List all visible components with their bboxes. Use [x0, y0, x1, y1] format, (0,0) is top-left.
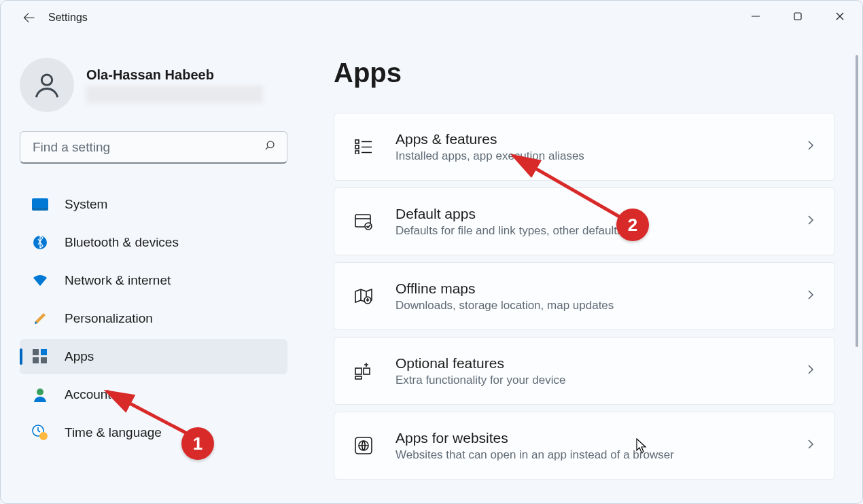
apps-icon: [32, 348, 48, 365]
nav-item-apps[interactable]: Apps: [20, 339, 287, 374]
chevron-right-icon: [807, 289, 814, 304]
svg-rect-19: [355, 145, 359, 149]
avatar: [20, 58, 74, 112]
chevron-right-icon: [807, 439, 814, 453]
wifi-icon: [32, 272, 48, 289]
nav-item-accounts[interactable]: Accounts: [20, 377, 287, 412]
profile[interactable]: Ola-Hassan Habeeb: [20, 58, 287, 112]
chevron-right-icon: [807, 215, 814, 229]
nav-item-time-language[interactable]: Time & language: [20, 415, 287, 450]
optional-features-icon: [353, 361, 374, 381]
system-icon: [32, 196, 48, 213]
card-text: Offline maps Downloads, storage location…: [395, 280, 807, 312]
svg-rect-10: [33, 349, 39, 355]
card-default-apps[interactable]: Default apps Defaults for file and link …: [334, 187, 835, 255]
card-subtitle: Installed apps, app execution aliases: [395, 149, 807, 163]
card-apps-for-websites[interactable]: Apps for websites Websites that can open…: [334, 412, 835, 480]
maximize-icon: [793, 12, 803, 21]
svg-point-25: [365, 223, 372, 230]
profile-text: Ola-Hassan Habeeb: [86, 67, 287, 103]
svg-rect-17: [355, 140, 359, 143]
svg-rect-1: [794, 13, 801, 20]
svg-rect-28: [364, 368, 370, 374]
card-offline-maps[interactable]: Offline maps Downloads, storage location…: [334, 262, 835, 330]
body: Ola-Hassan Habeeb System: [1, 35, 862, 503]
titlebar: Settings: [1, 1, 862, 35]
svg-line-6: [266, 147, 268, 149]
person-icon: [32, 70, 62, 100]
card-title: Apps for websites: [395, 429, 807, 446]
card-subtitle: Defaults for file and link types, other …: [395, 224, 807, 238]
default-apps-icon: [353, 211, 374, 232]
card-title: Offline maps: [395, 280, 807, 297]
nav: System Bluetooth & devices Network & int…: [20, 187, 287, 450]
scrollbar[interactable]: [856, 55, 858, 347]
nav-item-network[interactable]: Network & internet: [20, 263, 287, 298]
svg-point-4: [41, 75, 52, 85]
chevron-right-icon: [807, 364, 814, 378]
card-title: Apps & features: [395, 130, 807, 147]
list-icon: [353, 137, 374, 157]
card-subtitle: Downloads, storage location, map updates: [395, 299, 807, 312]
card-optional-features[interactable]: Optional features Extra functionality fo…: [334, 337, 835, 405]
minimize-button[interactable]: [735, 2, 777, 31]
nav-label: System: [65, 197, 107, 212]
sidebar: Ola-Hassan Habeeb System: [1, 35, 300, 503]
nav-label: Personalization: [65, 311, 153, 326]
svg-point-5: [267, 141, 274, 148]
map-icon: [353, 286, 374, 306]
profile-name: Ola-Hassan Habeeb: [86, 67, 287, 83]
back-arrow-icon: [22, 11, 36, 24]
nav-label: Apps: [65, 349, 94, 364]
clock-globe-icon: [32, 425, 48, 441]
chevron-right-icon: [807, 140, 814, 154]
svg-rect-13: [41, 357, 47, 363]
maximize-button[interactable]: [777, 2, 819, 31]
nav-item-system[interactable]: System: [20, 187, 287, 222]
svg-rect-21: [355, 151, 359, 154]
accounts-icon: [32, 386, 48, 403]
card-subtitle: Extra functionality for your device: [395, 374, 807, 387]
card-text: Apps for websites Websites that can open…: [395, 429, 807, 461]
svg-point-16: [39, 432, 48, 440]
card-subtitle: Websites that can open in an app instead…: [395, 448, 807, 462]
nav-label: Network & internet: [65, 273, 171, 288]
card-apps-features[interactable]: Apps & features Installed apps, app exec…: [334, 113, 835, 181]
svg-rect-12: [33, 357, 39, 363]
minimize-icon: [751, 12, 760, 21]
svg-rect-29: [355, 376, 362, 379]
nav-label: Time & language: [65, 425, 162, 440]
svg-rect-27: [355, 368, 362, 374]
nav-label: Accounts: [65, 387, 118, 402]
card-text: Apps & features Installed apps, app exec…: [395, 130, 807, 162]
svg-point-14: [37, 389, 43, 395]
card-title: Default apps: [395, 205, 807, 222]
close-button[interactable]: [819, 2, 861, 31]
apps-websites-icon: [353, 435, 374, 456]
settings-window: Settings Ola-Hassan Habeeb: [0, 0, 863, 504]
paintbrush-icon: [32, 310, 48, 327]
nav-label: Bluetooth & devices: [65, 235, 179, 250]
svg-rect-11: [41, 349, 47, 355]
svg-rect-8: [32, 208, 48, 211]
window-title: Settings: [48, 12, 88, 24]
nav-item-bluetooth[interactable]: Bluetooth & devices: [20, 225, 287, 260]
window-controls: [735, 2, 861, 31]
bluetooth-icon: [32, 234, 48, 251]
search-input[interactable]: [31, 139, 264, 156]
search-icon: [264, 139, 276, 155]
back-button[interactable]: [16, 4, 43, 31]
main-content: Apps Apps & features Installed apps, app…: [300, 35, 862, 503]
close-icon: [835, 12, 845, 21]
card-text: Optional features Extra functionality fo…: [395, 355, 807, 386]
card-text: Default apps Defaults for file and link …: [395, 205, 807, 237]
search-box[interactable]: [20, 131, 287, 164]
page-title: Apps: [334, 58, 835, 88]
nav-item-personalization[interactable]: Personalization: [20, 301, 287, 336]
card-title: Optional features: [395, 355, 807, 372]
profile-email-redacted: [86, 86, 263, 103]
